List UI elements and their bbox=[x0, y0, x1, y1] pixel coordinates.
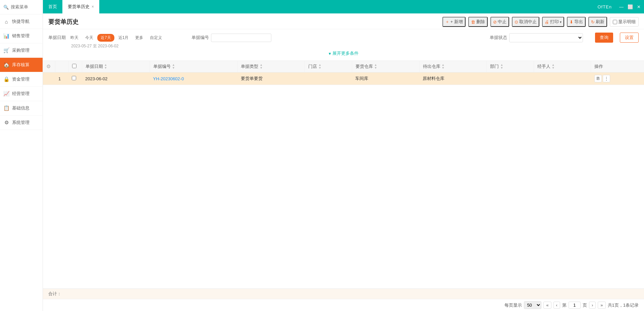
th-checkbox bbox=[68, 61, 82, 73]
display-detail-checkbox[interactable] bbox=[613, 20, 617, 24]
status-select[interactable] bbox=[509, 33, 583, 42]
sidebar-item-purchase[interactable]: 🛒采购管理 bbox=[0, 43, 43, 58]
sidebar-item-operation[interactable]: 📈经营管理 bbox=[0, 87, 43, 101]
sidebar-search[interactable]: 🔍 搜索菜单 bbox=[0, 0, 43, 14]
sidebar-item-sales[interactable]: 📊销售管理 bbox=[0, 29, 43, 43]
query-button[interactable]: 查询 bbox=[595, 33, 613, 43]
th-store[interactable]: 门店 ▲▼ bbox=[305, 61, 352, 73]
sort-icon-store: ▲▼ bbox=[318, 63, 321, 70]
row-action[interactable]: 🖹 ⋮ bbox=[591, 73, 644, 85]
th-req_warehouse[interactable]: 要货仓库 ▲▼ bbox=[352, 61, 419, 73]
th-department[interactable]: 部门 ▲▼ bbox=[487, 61, 534, 73]
row-checkbox[interactable] bbox=[68, 73, 82, 85]
sidebar-label-finance: 资金管理 bbox=[12, 76, 30, 82]
tab-label-home: 首页 bbox=[48, 4, 57, 10]
operation-icon: 📈 bbox=[3, 91, 9, 97]
print-icon: 🖨 bbox=[545, 19, 549, 25]
delete-button[interactable]: 🗑 删除 bbox=[468, 17, 488, 27]
refresh-button[interactable]: ↻ 刷新 bbox=[588, 17, 607, 27]
new-button[interactable]: ＋ + 新增 bbox=[442, 17, 466, 27]
prev-page-btn[interactable]: ‹ bbox=[553, 302, 560, 309]
delete-icon: 🗑 bbox=[471, 19, 475, 25]
maximize-btn[interactable]: ⬜ bbox=[628, 4, 633, 9]
sidebar-label-system: 系统管理 bbox=[12, 120, 30, 126]
table-settings-icon[interactable]: ⚙ bbox=[46, 63, 51, 69]
th-doc_date[interactable]: 单据日期 ▲▼ bbox=[82, 61, 150, 73]
close-btn[interactable]: ✕ bbox=[637, 4, 641, 9]
date-btn-近1月[interactable]: 近1月 bbox=[116, 34, 131, 42]
th-label-doc_type: 单据类型 bbox=[241, 63, 258, 70]
page-input[interactable] bbox=[569, 302, 581, 309]
date-btn-自定义[interactable]: 自定义 bbox=[147, 34, 165, 42]
doc-number-filter: 单据编号 bbox=[192, 34, 271, 42]
row-view-btn[interactable]: 🖹 bbox=[594, 75, 602, 82]
minimize-btn[interactable]: — bbox=[619, 4, 624, 9]
th-doc_type[interactable]: 单据类型 ▲▼ bbox=[237, 61, 305, 73]
row-handler bbox=[534, 73, 591, 85]
row-select-checkbox[interactable] bbox=[72, 76, 76, 80]
inventory-icon: 🏠 bbox=[3, 62, 9, 68]
sidebar-label-purchase: 采购管理 bbox=[12, 47, 30, 53]
sidebar: 🔍 搜索菜单 ⌂快捷导航📊销售管理🛒采购管理🏠库存核算🔒资金管理📈经营管理📋基础… bbox=[0, 0, 43, 311]
th-label-department: 部门 bbox=[490, 63, 499, 70]
date-btn-更多[interactable]: 更多 bbox=[132, 34, 146, 42]
suspend-icon: ⊘ bbox=[493, 19, 497, 25]
cancel-suspend-icon: ⊙ bbox=[515, 19, 518, 25]
sort-icon-req_warehouse: ▲▼ bbox=[374, 63, 377, 70]
th-doc_number[interactable]: 单据编号 ▲▼ bbox=[150, 61, 237, 73]
sales-icon: 📊 bbox=[3, 33, 9, 39]
sidebar-item-inventory[interactable]: 🏠库存核算 bbox=[0, 58, 43, 72]
th-label-req_warehouse: 要货仓库 bbox=[356, 63, 373, 70]
table-area: ⚙ 单据日期 ▲▼ 单据编号 ▲▼ 单据类型 ▲▼ 门店 ▲▼ 要货仓库 ▲▼ … bbox=[43, 61, 644, 288]
th-label-doc_number: 单据编号 bbox=[153, 63, 171, 70]
select-all-checkbox[interactable] bbox=[72, 64, 76, 68]
search-icon: 🔍 bbox=[3, 5, 9, 10]
sort-icon-doc_date: ▲▼ bbox=[104, 63, 107, 70]
page-header: 要货单历史 ＋ + 新增 🗑 删除 ⊘ 中止 ⊙ 取消中止 bbox=[43, 13, 644, 29]
last-page-btn[interactable]: » bbox=[598, 302, 605, 309]
row-more-btn[interactable]: ⋮ bbox=[603, 75, 610, 82]
page-size-select[interactable]: 102050100 bbox=[524, 301, 541, 309]
print-button[interactable]: 🖨 打印 ▾ bbox=[542, 17, 564, 27]
th-handler[interactable]: 经手人 ▲▼ bbox=[534, 61, 591, 73]
th-label-pending_warehouse: 待出仓库 bbox=[423, 63, 440, 70]
status-filter: 单据状态 bbox=[490, 33, 583, 42]
tab-home[interactable]: 首页 bbox=[43, 0, 62, 13]
doc-number-link[interactable]: YH-20230602-0 bbox=[153, 76, 184, 81]
sidebar-item-basic-info[interactable]: 📋基础信息 bbox=[0, 101, 43, 116]
tab-label-requisition-history: 要货单历史 bbox=[68, 4, 90, 10]
display-detail-btn[interactable]: 显示明细 bbox=[610, 17, 639, 27]
print-dropdown-icon: ▾ bbox=[560, 20, 561, 24]
expand-icon: ▾ bbox=[329, 51, 331, 56]
doc-number-input[interactable] bbox=[211, 34, 271, 42]
tab-close-requisition-history[interactable]: × bbox=[92, 4, 94, 9]
sidebar-item-system[interactable]: ⚙系统管理 bbox=[0, 116, 43, 130]
page-title: 要货单历史 bbox=[48, 18, 78, 26]
page-label: 页 bbox=[583, 302, 587, 308]
th-pending_warehouse[interactable]: 待出仓库 ▲▼ bbox=[419, 61, 487, 73]
tab-requisition-history[interactable]: 要货单历史× bbox=[62, 0, 99, 13]
row-doc-number[interactable]: YH-20230602-0 bbox=[150, 73, 237, 85]
topbar-right: OfTEn — ⬜ ✕ bbox=[594, 4, 644, 9]
export-button[interactable]: ⬇ 导出 bbox=[567, 17, 586, 27]
content-area: 要货单历史 ＋ + 新增 🗑 删除 ⊘ 中止 ⊙ 取消中止 bbox=[43, 13, 644, 311]
suspend-button[interactable]: ⊘ 中止 bbox=[490, 17, 509, 27]
filter-area: 单据日期 昨天今天近7天近1月更多自定义 单据编号 单据状态 查询 设置 bbox=[43, 29, 644, 61]
next-page-btn[interactable]: › bbox=[589, 302, 596, 309]
sidebar-item-quick-nav[interactable]: ⌂快捷导航 bbox=[0, 14, 43, 29]
th-label-doc_date: 单据日期 bbox=[86, 63, 103, 70]
data-table: ⚙ 单据日期 ▲▼ 单据编号 ▲▼ 单据类型 ▲▼ 门店 ▲▼ 要货仓库 ▲▼ … bbox=[43, 61, 644, 85]
settings-button[interactable]: 设置 bbox=[620, 33, 639, 43]
first-page-btn[interactable]: « bbox=[543, 302, 551, 309]
cancel-suspend-button[interactable]: ⊙ 取消中止 bbox=[512, 17, 539, 27]
date-btn-近7天[interactable]: 近7天 bbox=[97, 34, 114, 42]
sidebar-item-finance[interactable]: 🔒资金管理 bbox=[0, 72, 43, 87]
date-btn-昨天[interactable]: 昨天 bbox=[68, 34, 81, 42]
sort-icon-department: ▲▼ bbox=[500, 63, 503, 70]
topbar: 首页要货单历史× OfTEn — ⬜ ✕ bbox=[43, 0, 644, 13]
filter-row-1: 单据日期 昨天今天近7天近1月更多自定义 单据编号 单据状态 查询 设置 bbox=[48, 33, 639, 43]
expand-more-btn[interactable]: ▾ 展开更多条件 bbox=[48, 49, 639, 58]
date-btn-今天[interactable]: 今天 bbox=[83, 34, 96, 42]
sidebar-label-sales: 销售管理 bbox=[12, 33, 30, 39]
brand-label: OfTEn bbox=[594, 4, 615, 9]
